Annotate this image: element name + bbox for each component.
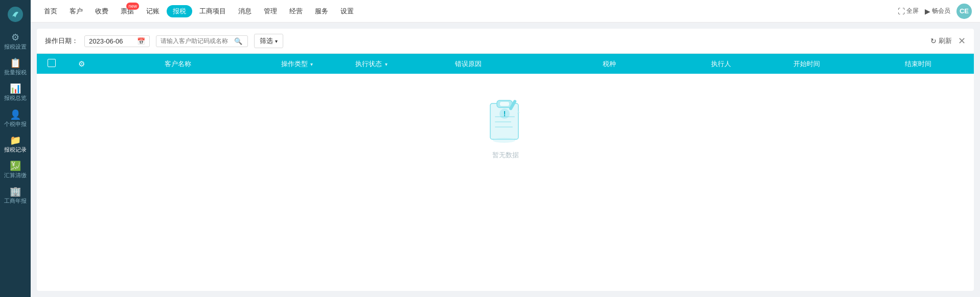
search-input[interactable]: [161, 37, 232, 45]
date-input[interactable]: [89, 37, 135, 45]
top-nav-right: ⛶ 全屏 ▶ 畅会员 CE: [898, 4, 972, 19]
table-container: ⚙ 客户名称 操作类型 ▾ 执行状态 ▾: [37, 54, 974, 291]
col-op-type: 操作类型 ▾: [260, 54, 334, 74]
calendar-icon: 📅: [137, 37, 145, 45]
empty-icon: !: [483, 94, 529, 145]
sidebar-item-tax-settings[interactable]: ⚙ 报税设置: [0, 29, 31, 54]
nav-customer[interactable]: 客户: [64, 5, 88, 18]
member-icon: ▶: [925, 7, 930, 15]
filter-label: 筛选: [260, 36, 273, 46]
close-button[interactable]: ✕: [958, 36, 966, 46]
sidebar-item-batch-tax[interactable]: 📋 批量报税: [0, 54, 31, 80]
nav-billing[interactable]: 收费: [90, 5, 113, 18]
search-icon[interactable]: 🔍: [234, 37, 242, 45]
nav-settings[interactable]: 设置: [335, 5, 359, 18]
nav-accounting[interactable]: 记账: [141, 5, 165, 18]
nav-business[interactable]: 工商项目: [194, 5, 231, 18]
user-avatar[interactable]: CE: [956, 4, 972, 19]
tax-settings-icon: ⚙: [11, 33, 19, 42]
col-executor: 执行人: [691, 54, 750, 74]
sidebar-item-personal-tax[interactable]: 👤 个税申报: [0, 106, 31, 132]
chevron-down-icon: ▾: [275, 38, 278, 44]
nav-service[interactable]: 服务: [310, 5, 333, 18]
col-start-time: 开始时间: [751, 54, 862, 74]
annual-report-icon: 🏢: [10, 187, 21, 196]
nav-manage[interactable]: 管理: [259, 5, 282, 18]
sidebar-item-tax-records[interactable]: 📁 报税记录: [0, 132, 31, 157]
col-customer-name: 客户名称: [96, 54, 260, 74]
nav-message[interactable]: 消息: [233, 5, 257, 18]
personal-tax-icon: 👤: [10, 110, 21, 119]
sidebar: ⚙ 报税设置 📋 批量报税 📊 报税总览 👤 个税申报 📁 报税记录 💹 汇算清…: [0, 0, 31, 297]
toolbar: 操作日期： 📅 🔍 筛选 ▾ ↻ 刷新 ✕: [37, 29, 974, 54]
col-checkbox[interactable]: [37, 54, 66, 74]
col-exec-status: 执行状态 ▾: [334, 54, 408, 74]
sidebar-item-tax-overview[interactable]: 📊 报税总览: [0, 80, 31, 105]
new-badge: new: [126, 3, 139, 10]
svg-rect-3: [500, 102, 509, 106]
app-logo: [6, 5, 25, 24]
top-navigation: 首页 客户 收费 票据 new 记账 报税 工商项目 消息: [31, 0, 980, 23]
date-label: 操作日期：: [45, 36, 78, 46]
select-all-checkbox[interactable]: [48, 59, 56, 67]
empty-state: ! 暂无数据: [37, 74, 974, 190]
table-header: ⚙ 客户名称 操作类型 ▾ 执行状态 ▾: [37, 54, 974, 74]
calc-pay-icon: 💹: [10, 161, 21, 171]
col-end-time: 结束时间: [862, 54, 974, 74]
data-table: ⚙ 客户名称 操作类型 ▾ 执行状态 ▾: [37, 54, 974, 74]
col-gear[interactable]: ⚙: [66, 54, 96, 74]
main-area: 首页 客户 收费 票据 new 记账 报税 工商项目 消息: [31, 0, 980, 297]
col-tax-type: 税种: [528, 54, 691, 74]
member-button[interactable]: ▶ 畅会员: [925, 7, 950, 15]
filter-button[interactable]: 筛选 ▾: [254, 34, 283, 48]
refresh-icon: ↻: [930, 37, 937, 45]
tax-overview-icon: 📊: [10, 84, 21, 93]
table-card: 操作日期： 📅 🔍 筛选 ▾ ↻ 刷新 ✕: [37, 29, 974, 291]
fullscreen-icon: ⛶: [898, 7, 905, 15]
svg-text:!: !: [503, 110, 506, 118]
tax-records-icon: 📁: [10, 136, 21, 145]
search-box[interactable]: 🔍: [156, 35, 248, 47]
refresh-button[interactable]: ↻ 刷新: [930, 36, 952, 46]
empty-text: 暂无数据: [492, 151, 519, 160]
op-type-filter-icon[interactable]: ▾: [310, 61, 313, 67]
settings-gear-icon[interactable]: ⚙: [78, 59, 85, 68]
batch-tax-icon: 📋: [10, 58, 21, 68]
nav-operation[interactable]: 经营: [284, 5, 308, 18]
nav-home[interactable]: 首页: [39, 5, 62, 18]
page-content: 操作日期： 📅 🔍 筛选 ▾ ↻ 刷新 ✕: [31, 23, 980, 297]
nav-invoice[interactable]: 票据 new: [116, 5, 139, 18]
sidebar-item-calc-pay[interactable]: 💹 汇算清缴: [0, 157, 31, 183]
col-error-reason: 错误原因: [408, 54, 528, 74]
date-picker[interactable]: 📅: [84, 35, 150, 47]
fullscreen-button[interactable]: ⛶ 全屏: [898, 7, 919, 15]
sidebar-item-annual-report[interactable]: 🏢 工商年报: [0, 183, 31, 208]
nav-tax[interactable]: 报税: [167, 5, 192, 17]
svg-point-11: [493, 138, 515, 143]
exec-status-filter-icon[interactable]: ▾: [385, 61, 388, 67]
nav-items: 首页 客户 收费 票据 new 记账 报税 工商项目 消息: [39, 5, 898, 18]
